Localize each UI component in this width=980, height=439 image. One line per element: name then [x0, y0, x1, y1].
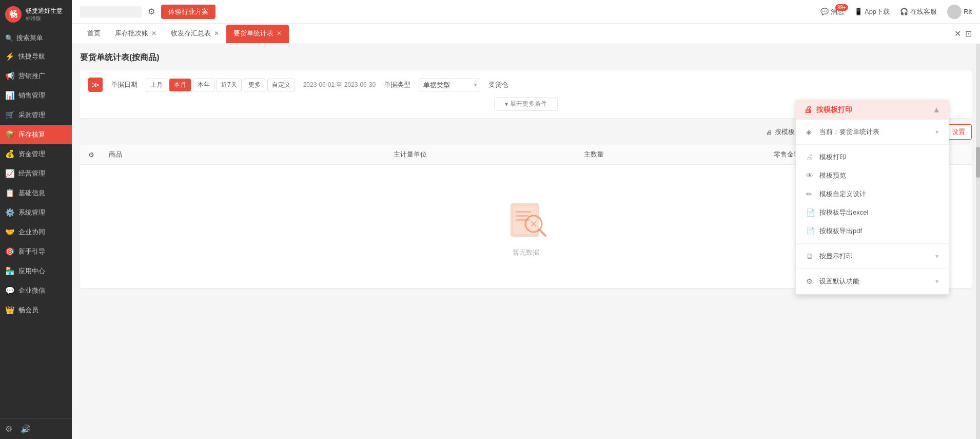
dropdown-display-section: 🖥 按显示打印 ▾: [796, 244, 949, 269]
audio-bottom-icon[interactable]: 🔊: [21, 424, 31, 434]
sidebar-item-wechat[interactable]: 💬 企业微信: [0, 281, 72, 300]
template-export-pdf-icon: 📄: [806, 227, 814, 235]
topbar-online-service[interactable]: 🎧 在线客服: [900, 7, 937, 16]
tab-receipt-summary[interactable]: 收发存汇总表 ✕: [164, 25, 226, 43]
sidebar-item-corp[interactable]: 🤝 企业协同: [0, 222, 72, 242]
page-content: 要货单统计表(按商品) ≫ 单据日期 上月 本月 本年 近7天 更多 自定义 2…: [72, 44, 980, 439]
sidebar-item-system[interactable]: ⚙️ 系统管理: [0, 203, 72, 222]
dropdown-title: 按模板打印: [816, 105, 852, 114]
right-scrollbar[interactable]: [976, 44, 980, 439]
display-print-icon: 🖥: [806, 252, 814, 260]
print-icon: 🖨: [766, 128, 773, 136]
dropdown-current-template[interactable]: ◈ 当前：要货单统计表 ▾: [796, 123, 949, 141]
tab-close-receipt-summary[interactable]: ✕: [214, 30, 219, 37]
th-product: 商品: [109, 150, 394, 159]
app-logo-icon: 畅: [5, 6, 22, 23]
topbar-message[interactable]: 💬 消息 99+: [820, 7, 844, 16]
dropdown-actions-section: 🖨 模板打印 👁 模板预览 ✏ 模板自定义设计 📄 按模板导出excel 📄: [796, 145, 949, 244]
expand-more-btn[interactable]: ▾ 展开更多条件: [494, 97, 558, 111]
sidebar-bottom: ⚙ 🔊: [0, 418, 72, 439]
sidebar-item-marketing[interactable]: 📢 营销推广: [0, 66, 72, 86]
search-icon: 🔍: [5, 34, 13, 42]
tab-inventory-batch[interactable]: 库存批次账 ✕: [108, 25, 164, 43]
date-filter-label: 单据日期: [111, 80, 138, 89]
order-type-label: 单据类型: [384, 80, 410, 89]
message-icon: 💬: [820, 8, 829, 15]
sidebar-item-operation[interactable]: 📈 经营管理: [0, 164, 72, 183]
topbar-app-download[interactable]: 📱 App下载: [854, 7, 890, 16]
th-settings: ⚙: [88, 151, 109, 159]
sidebar-item-inventory[interactable]: 📦 库存核算: [0, 125, 72, 144]
svg-rect-3: [516, 215, 528, 217]
empty-text: 暂无数据: [513, 248, 539, 257]
tab-close-inventory-batch[interactable]: ✕: [151, 30, 156, 37]
tabs-bar: 首页 库存批次账 ✕ 收发存汇总表 ✕ 要货单统计表 ✕ ✕ ⊡: [72, 24, 980, 44]
date-btn-more[interactable]: 更多: [244, 79, 265, 91]
filter-collapse-btn[interactable]: ≫: [88, 78, 103, 92]
date-btn-last-7[interactable]: 近7天: [217, 79, 242, 91]
dropdown-close-btn[interactable]: ▲: [932, 105, 940, 114]
display-print-arrow: ▾: [935, 253, 938, 260]
expand-more-icon: ▾: [505, 101, 508, 108]
tab-expand-btn[interactable]: ⊡: [965, 29, 972, 39]
template-design-icon: ✏: [806, 190, 814, 198]
th-qty: 主数量: [584, 150, 774, 159]
current-template-icon: ◈: [806, 128, 814, 136]
sidebar-item-vip[interactable]: 👑 畅会员: [0, 300, 72, 320]
dropdown-template-preview[interactable]: 👁 模板预览: [796, 166, 949, 185]
wechat-icon: 💬: [5, 286, 14, 295]
quick-nav-icon: ⚡: [5, 52, 14, 61]
date-btn-current-month[interactable]: 本月: [169, 79, 191, 91]
app-logo-text: 畅捷通好生意 标准版: [26, 7, 63, 23]
dropdown-template-export-excel[interactable]: 📄 按模板导出excel: [796, 203, 949, 222]
operation-icon: 📈: [5, 169, 14, 178]
dropdown-template-design[interactable]: ✏ 模板自定义设计: [796, 185, 949, 203]
topbar: ⚙ 体验行业方案 💬 消息 99+ 📱 App下载 🎧 在线客服 Rit: [72, 0, 980, 24]
tab-close-all-btn[interactable]: ✕: [954, 29, 961, 39]
topbar-search[interactable]: [80, 6, 142, 17]
order-type-select[interactable]: 单据类型: [419, 79, 480, 91]
current-template-arrow: ▾: [935, 128, 938, 136]
topbar-user[interactable]: Rit: [947, 5, 972, 19]
vip-icon: 👑: [5, 306, 14, 315]
dropdown-template-export-pdf[interactable]: 📄 按模板导出pdf: [796, 222, 949, 240]
date-btn-last-month[interactable]: 上月: [146, 79, 167, 91]
tab-close-order-stats[interactable]: ✕: [277, 30, 282, 37]
tab-home[interactable]: 首页: [80, 25, 108, 43]
set-default-arrow: ▾: [935, 278, 938, 285]
set-default-icon: ⚙: [806, 277, 814, 285]
order-type-select-wrapper: 单据类型: [419, 79, 480, 91]
sidebar: 畅 畅捷通好生意 标准版 🔍 搜索菜单 ⚡ 快捷导航 📢 营销推广 📊 销售管理…: [0, 0, 72, 439]
date-btn-custom[interactable]: 自定义: [267, 79, 295, 91]
sales-icon: 📊: [5, 91, 14, 100]
dropdown-template-print[interactable]: 🖨 模板打印: [796, 148, 949, 166]
message-badge: 99+: [835, 4, 848, 11]
tab-order-stats[interactable]: 要货单统计表 ✕: [226, 25, 289, 43]
scrollbar-thumb: [976, 147, 980, 178]
sidebar-item-guide[interactable]: 🎯 新手引导: [0, 242, 72, 261]
gear-icon[interactable]: ⚙: [88, 151, 94, 159]
sidebar-item-finance[interactable]: 💰 资金管理: [0, 144, 72, 164]
trial-btn[interactable]: 体验行业方案: [161, 5, 215, 19]
settings-bottom-icon[interactable]: ⚙: [5, 424, 12, 434]
dropdown-default-section: ⚙ 设置默认功能 ▾: [796, 269, 949, 294]
sidebar-search[interactable]: 🔍 搜索菜单: [0, 29, 72, 47]
sidebar-item-quick-nav[interactable]: ⚡ 快捷导航: [0, 47, 72, 66]
sidebar-item-basic[interactable]: 📋 基础信息: [0, 183, 72, 203]
main-content: ⚙ 体验行业方案 💬 消息 99+ 📱 App下载 🎧 在线客服 Rit: [72, 0, 980, 439]
sidebar-nav: ⚡ 快捷导航 📢 营销推广 📊 销售管理 🛒 采购管理 📦 库存核算 💰 资金管…: [0, 47, 72, 418]
download-icon: 📱: [854, 8, 863, 15]
dropdown-set-default[interactable]: ⚙ 设置默认功能 ▾: [796, 272, 949, 291]
marketing-icon: 📢: [5, 71, 14, 81]
sidebar-item-appstore[interactable]: 🏪 应用中心: [0, 261, 72, 281]
topbar-settings-icon[interactable]: ⚙: [148, 7, 155, 16]
system-icon: ⚙️: [5, 208, 14, 217]
guide-icon: 🎯: [5, 247, 14, 256]
print-dropdown-menu: 🖨 按模板打印 ▲ ◈ 当前：要货单统计表 ▾ 🖨 模板打印: [795, 100, 949, 295]
dropdown-display-print[interactable]: 🖥 按显示打印 ▾: [796, 247, 949, 265]
sidebar-item-purchase[interactable]: 🛒 采购管理: [0, 105, 72, 125]
date-btn-current-year[interactable]: 本年: [193, 79, 214, 91]
th-unit: 主计量单位: [394, 150, 583, 159]
sidebar-item-sales[interactable]: 📊 销售管理: [0, 86, 72, 105]
tabs-controls: ✕ ⊡: [954, 29, 972, 39]
